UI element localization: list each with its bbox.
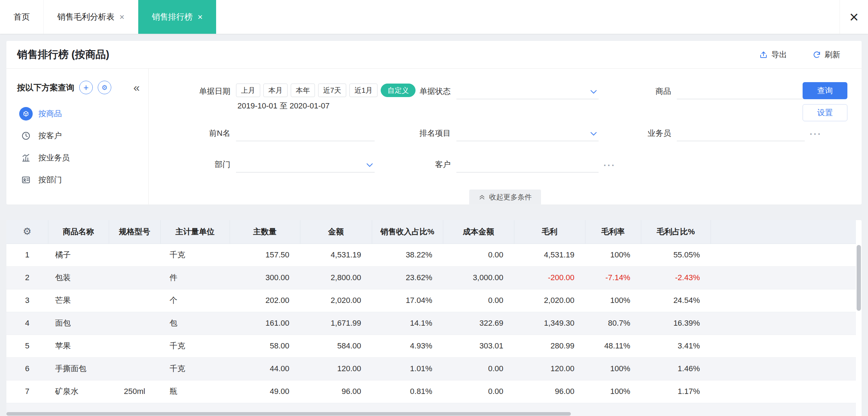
cell-amount: 584.00 (300, 335, 372, 357)
cell-unit: 个 (160, 289, 230, 312)
column-header-revenue-pct: 销售收入占比% (372, 220, 443, 244)
cell-profit-pct: 16.39% (641, 312, 711, 335)
table-row[interactable]: 7 矿泉水 250ml 瓶 49.00 96.00 0.81% 0.00 96.… (6, 380, 856, 403)
close-icon[interactable]: × (840, 0, 868, 34)
column-header-spec: 规格型号 (109, 220, 160, 244)
vertical-scrollbar-thumb[interactable] (857, 245, 861, 311)
close-tab-icon[interactable]: × (198, 13, 203, 21)
sidebar-item-by-department[interactable]: 按部门 (17, 169, 140, 191)
chevron-down-icon[interactable] (589, 129, 598, 138)
cell-unit: 包 (160, 312, 230, 335)
cube-icon (19, 107, 33, 121)
doc-status-input[interactable] (456, 85, 599, 99)
tab-bar: 首页 销售毛利分析表 × 销售排行榜 × × (0, 0, 868, 34)
cell-revenue-pct: 0.81% (372, 380, 443, 403)
date-last-7-days-button[interactable]: 近7天 (318, 84, 346, 97)
cell-amount: 2,020.00 (300, 289, 372, 312)
cell-margin: -7.14% (585, 266, 641, 289)
cell-profit-pct: 3.41% (641, 335, 711, 357)
cell-spec (109, 289, 160, 312)
idcard-icon (19, 173, 33, 187)
doc-status-field (456, 84, 599, 99)
filter-top-n: 前N名 (177, 126, 408, 143)
cell-unit: 千克 (160, 335, 230, 357)
cell-name: 苹果 (48, 335, 109, 357)
table-row[interactable]: 5 苹果 千克 58.00 584.00 4.93% 303.01 280.99… (6, 335, 856, 357)
cell-amount: 96.00 (300, 380, 372, 403)
salesman-picker-ellipsis-icon[interactable]: ··· (810, 126, 822, 143)
doc-status-label: 单据状态 (408, 84, 451, 99)
settings-button[interactable]: 设置 (803, 104, 847, 121)
cell-filler (711, 312, 856, 335)
scheme-settings-button[interactable]: ⚙ (98, 81, 111, 94)
cell-spec (109, 266, 160, 289)
close-tab-icon[interactable]: × (119, 13, 124, 21)
table-row[interactable]: 2 包装 件 300.00 2,800.00 23.62% 3,000.00 -… (6, 266, 856, 289)
vertical-scrollbar[interactable] (857, 245, 861, 415)
table-row[interactable]: 6 手撕面包 千克 44.00 120.00 1.01% 0.00 120.00… (6, 357, 856, 380)
collapse-sidebar-icon[interactable]: « (133, 82, 140, 93)
department-label: 部门 (177, 157, 230, 172)
sidebar-item-by-customer[interactable]: 按客户 (17, 125, 140, 147)
cell-profit-pct: 1.17% (641, 380, 711, 403)
cell-margin: 80.7% (585, 312, 641, 335)
cell-unit: 千克 (160, 244, 230, 266)
query-buttons: 查询 设置 (803, 82, 847, 121)
cell-amount: 120.00 (300, 357, 372, 380)
chevron-down-icon[interactable] (589, 87, 598, 96)
department-input[interactable] (236, 158, 375, 172)
top-n-input[interactable] (236, 127, 375, 141)
sidebar-item-by-product[interactable]: 按商品 (17, 103, 140, 125)
product-input[interactable] (677, 85, 805, 99)
tab-home[interactable]: 首页 (0, 0, 44, 34)
column-settings-button[interactable]: ⚙ (6, 220, 48, 244)
query-body: 按以下方案查询 + ⚙ « 按商品 (6, 69, 862, 204)
collapse-more-label: 收起更多条件 (489, 192, 532, 202)
cell-margin: 100% (585, 244, 641, 266)
date-range-value[interactable]: 2019-10-01 至 2020-01-07 (236, 101, 416, 111)
customer-picker-ellipsis-icon[interactable]: ··· (604, 157, 616, 174)
table-body: 1 橘子 千克 157.50 4,531.19 38.22% 0.00 4,53… (6, 244, 856, 416)
chevron-down-icon[interactable] (365, 161, 374, 169)
filter-doc-date: 单据日期 上月 本月 本年 近7天 近1月 自定义 2019-10-01 至 2… (177, 84, 408, 111)
product-field (677, 84, 805, 99)
cell-profit-pct: 24.54% (641, 289, 711, 312)
cell-amount: 2,800.00 (300, 266, 372, 289)
cell-qty: 157.50 (230, 244, 300, 266)
table-row[interactable]: 4 面包 包 161.00 1,671.99 14.1% 322.69 1,34… (6, 312, 856, 335)
cell-name: 橘子 (48, 244, 109, 266)
date-this-year-button[interactable]: 本年 (291, 84, 315, 97)
cell-row-index: 7 (6, 380, 48, 403)
refresh-icon (813, 50, 821, 59)
date-last-1-month-button[interactable]: 近1月 (349, 84, 377, 97)
date-last-month-button[interactable]: 上月 (236, 84, 260, 97)
customer-input[interactable] (456, 158, 599, 172)
cell-spec (109, 244, 160, 266)
salesman-input[interactable] (677, 127, 805, 141)
horizontal-scrollbar-thumb[interactable] (6, 412, 571, 416)
rank-item-input[interactable] (456, 127, 599, 141)
cell-cost: 0.00 (443, 380, 514, 403)
date-this-month-button[interactable]: 本月 (263, 84, 288, 97)
tab-gross-profit-report[interactable]: 销售毛利分析表 × (44, 0, 138, 34)
collapse-more-conditions[interactable]: 收起更多条件 (469, 190, 541, 204)
date-quick-buttons: 上月 本月 本年 近7天 近1月 自定义 (236, 84, 416, 97)
table-row[interactable]: 3 芒果 个 202.00 2,020.00 17.04% 0.00 2,020… (6, 289, 856, 312)
refresh-button[interactable]: 刷新 (813, 49, 840, 60)
query-button[interactable]: 查询 (803, 82, 847, 99)
export-button[interactable]: 导出 (759, 49, 787, 60)
filter-rank-item: 排名项目 (408, 126, 636, 143)
tab-sales-ranking[interactable]: 销售排行榜 × (138, 0, 216, 34)
cell-qty: 202.00 (230, 289, 300, 312)
salesman-label: 业务员 (636, 126, 671, 141)
tab-label: 销售排行榜 (152, 11, 193, 22)
cell-amount: 4,531.19 (300, 244, 372, 266)
table-row[interactable]: 1 橘子 千克 157.50 4,531.19 38.22% 0.00 4,53… (6, 244, 856, 266)
column-header-qty: 主数量 (230, 220, 300, 244)
sidebar-item-by-salesman[interactable]: 按业务员 (17, 147, 140, 169)
cell-filler (711, 335, 856, 357)
cell-revenue-pct: 23.62% (372, 266, 443, 289)
department-field (236, 157, 375, 172)
add-scheme-button[interactable]: + (79, 81, 93, 94)
column-header-name: 商品名称 (48, 220, 109, 244)
